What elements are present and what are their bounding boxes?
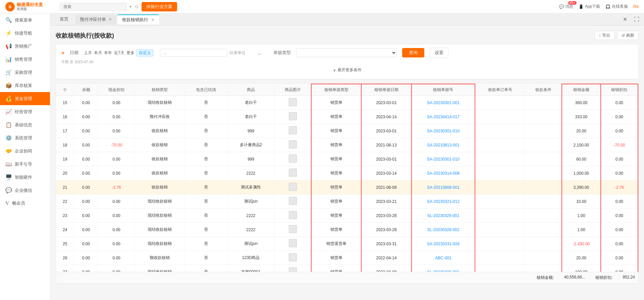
doc-no-link[interactable]: SA-20230414-017: [427, 115, 460, 119]
cell-order-no: [475, 195, 525, 209]
cell-type: 现结收款核销: [135, 96, 184, 110]
col-settings[interactable]: ⚙: [56, 84, 74, 96]
cell-order-no: [475, 180, 525, 195]
sidebar-item-marketing[interactable]: 📢 营销推广: [0, 40, 50, 53]
doc-no-link[interactable]: SL-20230408-001: [427, 270, 459, 272]
sidebar-item-search[interactable]: 🔍 搜索菜单: [0, 13, 50, 27]
sidebar-item-inventory[interactable]: 📦 库存核算: [0, 79, 50, 92]
cell-discount: 0.00: [601, 265, 638, 272]
doc-no-link[interactable]: SA-20230301-001: [427, 100, 460, 105]
sidebar-item-purchase[interactable]: 🛒 采购管理: [0, 66, 50, 79]
sidebar-item-operations[interactable]: 📈 经营管理: [0, 105, 50, 118]
cell-doc-no[interactable]: SA-20230301-010: [412, 124, 475, 138]
doc-no-link[interactable]: SA-20210813-001: [427, 143, 460, 147]
cell-doc-no[interactable]: SA-20230314-008: [412, 166, 475, 180]
cell-cash-discount: 0.00: [98, 124, 135, 138]
doc-no-link[interactable]: SL-20230328-002: [427, 227, 459, 232]
cell-goods: 2222: [227, 223, 274, 237]
cell-amount: 360.00: [562, 96, 601, 110]
date-this-month[interactable]: 本月: [94, 50, 102, 56]
query-button[interactable]: 查询: [402, 48, 424, 57]
messages-area[interactable]: 💬 消息 99+: [559, 4, 573, 9]
filter-date-range: 不限 至 2023-07-26: [61, 59, 633, 65]
date-more[interactable]: 更多: [126, 50, 135, 56]
table-row: 23 0.00 0.00 现结收款核销 否 2222 销货单 2023-03-2…: [56, 209, 638, 223]
cell-doc-date: 2023-03-31: [361, 237, 411, 251]
table-scroll-area[interactable]: ⚙ 余额 现金折扣 核销类型 包含已结清 商品 商品图片 核销单据类型 核销单据…: [56, 84, 638, 272]
doc-no-link[interactable]: SA-20230314-008: [427, 171, 460, 176]
cell-doc-no[interactable]: SA-20230414-017: [412, 110, 475, 124]
setting-button[interactable]: 设置: [430, 48, 448, 58]
cell-doc-type: 销货单: [311, 110, 361, 124]
sidebar-item-member[interactable]: V 畅会员: [0, 197, 50, 210]
col-balance: 余额: [74, 84, 98, 96]
doc-no-link[interactable]: SA-20230301-010: [427, 129, 460, 133]
doc-no-link[interactable]: SA-20230321-012: [427, 199, 460, 204]
app-download-area[interactable]: 📱 App下载: [579, 4, 600, 9]
cell-doc-no[interactable]: SA-20230321-012: [412, 195, 475, 209]
cell-amount: 100.00: [562, 265, 601, 272]
date-this-year[interactable]: 本年: [104, 50, 112, 56]
sidebar-item-system[interactable]: ⚙️ 系统管理: [0, 131, 50, 144]
page-header: 收款核销执行(按收款) ↑ 导出 ↺ 刷新: [56, 31, 639, 40]
cell-doc-no[interactable]: SL-20230408-001: [412, 265, 475, 272]
tab-collection[interactable]: 收款核销执行 ✕: [117, 14, 159, 25]
sidebar-item-hardware[interactable]: 🖥️ 智能硬件: [0, 171, 50, 184]
cell-doc-no[interactable]: SA-20230301-001: [412, 96, 475, 110]
cell-cash-discount: 0.00: [98, 195, 135, 209]
date-custom-tag[interactable]: 自定义: [137, 49, 153, 56]
sidebar-item-shortcuts[interactable]: ⚡ 快捷导航: [0, 27, 50, 40]
tab-prepay-close[interactable]: ✕: [109, 17, 112, 22]
cell-doc-no[interactable]: SA-20230331-026: [412, 237, 475, 251]
settings-gear-icon[interactable]: ⚙: [134, 3, 139, 10]
wechat-icon: 💬: [5, 187, 12, 194]
sidebar-item-sales[interactable]: 📊 销售管理: [0, 53, 50, 66]
sidebar-item-guide[interactable]: 📖 新手引导: [0, 158, 50, 171]
cell-goods: 老白干: [227, 96, 274, 110]
cell-goods-img: [274, 180, 311, 195]
tab-close-button[interactable]: ✕: [621, 15, 629, 23]
dropdown-arrow[interactable]: ▾: [129, 4, 131, 9]
list-icon: 📋: [5, 122, 12, 128]
sidebar-item-basic-info[interactable]: 📋 基础信息: [0, 118, 50, 131]
cell-doc-no[interactable]: SL-20230328-002: [412, 223, 475, 237]
table-row: 18 0.00 -70.00 收款核销 否 多计量商品2 销货单 2021-08…: [56, 138, 638, 152]
cell-doc-no[interactable]: SA-20210813-001: [412, 138, 475, 152]
expand-more-btn[interactable]: ∨ 展开更多条件: [333, 67, 362, 73]
tab-collection-close[interactable]: ✕: [151, 17, 154, 22]
doc-no-link[interactable]: SA-20230331-026: [427, 242, 460, 246]
cell-cash-discount: 0.00: [98, 166, 135, 180]
collapse-btn[interactable]: »: [61, 50, 64, 56]
footer-amount-label: 核销金额:: [537, 275, 554, 281]
cell-doc-no[interactable]: ABC-001: [412, 251, 475, 265]
date-last-month[interactable]: 上月: [84, 50, 92, 56]
cell-doc-no[interactable]: SA-20210808-001: [412, 180, 475, 195]
sidebar-item-collab[interactable]: 🤝 企业协同: [0, 144, 50, 158]
tab-home[interactable]: 首页: [53, 13, 75, 26]
cell-balance: 0.00: [74, 251, 98, 265]
doc-no-link[interactable]: SL-20230328-001: [427, 213, 459, 218]
doc-no-link[interactable]: ABC-001: [435, 256, 451, 260]
doc-no-link[interactable]: SA-20230301-010: [427, 157, 460, 162]
top-search-input[interactable]: [60, 3, 127, 11]
online-service-area[interactable]: 🎧 在线客服: [605, 4, 628, 9]
user-name[interactable]: Rit: [633, 4, 639, 9]
partner-input[interactable]: [160, 49, 227, 57]
cell-discount: 0.00: [601, 166, 638, 180]
sidebar-item-finance[interactable]: 💰 资金管理: [0, 92, 50, 105]
doc-type-select[interactable]: [296, 48, 397, 57]
cell-balance: 0.00: [74, 180, 98, 195]
sidebar-item-wechat[interactable]: 💬 企业微信: [0, 184, 50, 197]
refresh-button[interactable]: ↺ 刷新: [617, 31, 639, 40]
cell-payment-cond: [525, 138, 562, 152]
doc-no-link[interactable]: SA-20210808-001: [427, 185, 460, 190]
cell-doc-no[interactable]: SL-20230328-001: [412, 209, 475, 223]
tab-maximize-button[interactable]: ⛶: [632, 16, 641, 23]
tab-prepay[interactable]: 预付冲应付单 ✕: [75, 14, 117, 25]
export-button[interactable]: ↑ 导出: [594, 31, 614, 40]
cell-doc-no[interactable]: SA-20230301-010: [412, 152, 475, 166]
cell-payment-cond: [525, 223, 562, 237]
industry-solution-button[interactable]: 休验行业方案: [142, 2, 177, 11]
date-7-days[interactable]: 近7天: [114, 50, 124, 56]
cell-num: 23: [56, 209, 74, 223]
